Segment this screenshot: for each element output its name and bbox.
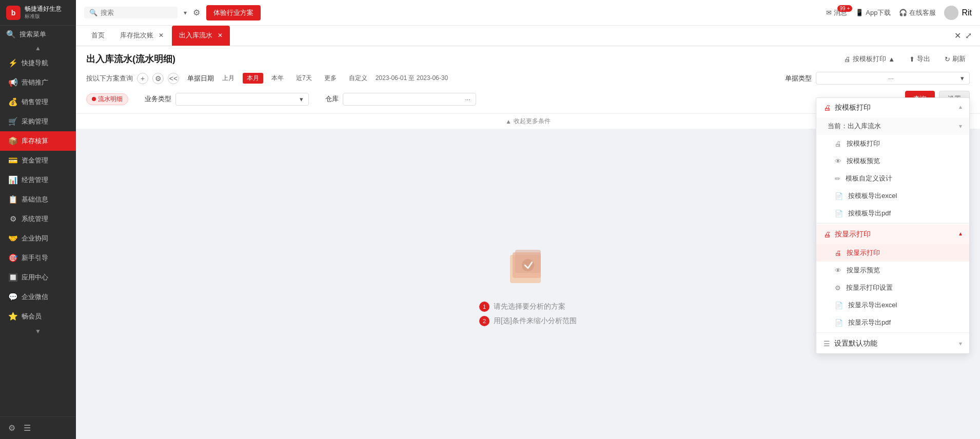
sidebar: b 畅捷通好生意 标准版 🔍 搜索菜单 ▲ ⚡ 快捷导航 📢 营销推广 💰 销售… [0, 0, 76, 439]
dropdown-display-header[interactable]: 🖨 按显示打印 ▾ [816, 225, 969, 244]
top-header: 🔍 ▾ ⚙ 体验行业方案 ✉ 消息 99 + 📱 App下载 🎧 在线客服 R [76, 0, 980, 26]
dropdown-default-fn[interactable]: ☰ 设置默认功能 ▾ [816, 334, 969, 353]
dropdown-item-template-design[interactable]: ✏ 模板自定义设计 [816, 170, 969, 187]
business-type-select[interactable]: ▾ [175, 93, 309, 106]
download-icon: 📱 [855, 9, 864, 16]
header-gear-icon[interactable]: ⚙ [193, 8, 200, 17]
sidebar-item-cooperation[interactable]: 🤝 企业协同 [0, 229, 76, 248]
online-service-action[interactable]: 🎧 在线客服 [899, 8, 936, 17]
sidebar-item-membership[interactable]: ⭐ 畅会员 [0, 307, 76, 326]
date-tab-more[interactable]: 更多 [320, 73, 341, 84]
search-input[interactable] [101, 9, 172, 16]
tab-batch-account[interactable]: 库存批次账 ✕ [113, 26, 171, 46]
dropdown-item-template-excel[interactable]: 📄 按模板导出excel [816, 187, 969, 205]
sidebar-item-quick-nav[interactable]: ⚡ 快捷导航 [0, 53, 76, 73]
sidebar-item-finance[interactable]: 💳 资金管理 [0, 151, 76, 170]
filter-setting-button[interactable]: ⚙ [152, 73, 164, 84]
sidebar-item-apps[interactable]: 🔲 应用中心 [0, 268, 76, 287]
date-range-display: 2023-06-01 至 2023-06-30 [376, 74, 448, 83]
menu-toggle-icon[interactable]: ☰ [24, 423, 31, 433]
current-sub-chevron: ▾ [959, 123, 962, 130]
print-icon: 🖨 [844, 55, 851, 63]
trial-button[interactable]: 体验行业方案 [206, 5, 261, 21]
sidebar-footer: ⚙ ☰ [0, 416, 76, 439]
app-name: 畅捷通好生意 [25, 5, 62, 13]
dropdown-item-display-preview[interactable]: 👁 按显示预览 [816, 262, 969, 279]
sidebar-item-newbie[interactable]: 🎯 新手引导 [0, 248, 76, 268]
sidebar-item-purchase[interactable]: 🛒 采购管理 [0, 112, 76, 131]
print-template-btn[interactable]: 🖨 按模板打印 ▲ [840, 52, 899, 66]
tab-close-btn[interactable]: ✕ [954, 31, 961, 41]
wechat-icon: 💬 [8, 292, 17, 302]
top-search-bar[interactable]: 🔍 [84, 7, 178, 18]
sidebar-item-newbie-label: 新手引导 [22, 253, 48, 263]
scheme-tag-label: 流水明细 [98, 95, 123, 104]
user-info[interactable]: Rit [944, 6, 972, 20]
type-select-more[interactable]: ··· [888, 74, 894, 82]
sidebar-scroll: ▲ ⚡ 快捷导航 📢 营销推广 💰 销售管理 🛒 采购管理 📦 库存核算 💳 资… [0, 43, 76, 416]
avatar [944, 6, 958, 20]
sidebar-item-apps-label: 应用中心 [22, 273, 48, 282]
sidebar-item-wechat[interactable]: 💬 企业微信 [0, 287, 76, 307]
date-tab-7days[interactable]: 近7天 [292, 73, 316, 84]
tab-flow-close[interactable]: ✕ [218, 32, 223, 39]
message-action[interactable]: ✉ 消息 99 + [826, 8, 847, 17]
type-select-chevron: ▾ [961, 74, 964, 82]
display-excel-label: 按显示导出excel [848, 301, 897, 310]
sidebar-item-sales[interactable]: 💰 销售管理 [0, 92, 76, 112]
warehouse-select[interactable]: ··· [343, 93, 476, 106]
warehouse-label: 仓库 [325, 94, 339, 104]
dropdown-item-template-preview[interactable]: 👁 按模板预览 [816, 152, 969, 170]
business-type-chevron: ▾ [300, 95, 303, 103]
date-tab-this-month[interactable]: 本月 [243, 73, 263, 84]
dropdown-item-template-print[interactable]: 🖨 按模板打印 [816, 135, 969, 152]
sidebar-item-search[interactable]: 🔍 搜索菜单 [0, 26, 76, 43]
tab-expand-btn[interactable]: ⤢ [965, 31, 972, 41]
dropdown-item-display-pdf[interactable]: 📄 按显示导出pdf [816, 314, 969, 331]
refresh-btn[interactable]: ↻ 刷新 [940, 52, 970, 66]
apps-icon: 🔲 [8, 273, 17, 282]
dropdown-template-header[interactable]: 🖨 按模板打印 ▾ [816, 98, 969, 117]
app-version: 标准版 [25, 13, 62, 20]
dropdown-item-template-pdf[interactable]: 📄 按模板导出pdf [816, 205, 969, 222]
sidebar-item-system[interactable]: ⚙ 系统管理 [0, 209, 76, 229]
date-filter-field: 单据日期 上月 本月 本年 近7天 更多 自定义 2023-06-01 至 20… [187, 73, 448, 84]
hint-num-2: 2 [479, 316, 489, 326]
filter-collapse-button[interactable]: << [168, 73, 179, 84]
filter-add-button[interactable]: + [137, 73, 148, 84]
marketing-icon: 📢 [8, 78, 17, 87]
sidebar-scroll-down[interactable]: ▼ [0, 326, 76, 336]
sidebar-item-inventory[interactable]: 📦 库存核算 [0, 131, 76, 151]
tab-flow[interactable]: 出入库流水 ✕ [172, 26, 230, 46]
date-tab-custom[interactable]: 自定义 [345, 73, 371, 84]
tab-bar: 首页 库存批次账 ✕ 出入库流水 ✕ ✕ ⤢ [76, 26, 980, 46]
date-tab-this-year[interactable]: 本年 [267, 73, 288, 84]
sidebar-scroll-up[interactable]: ▲ [0, 43, 76, 53]
sidebar-item-basic[interactable]: 📋 基础信息 [0, 190, 76, 209]
filter-label-bar: 按以下方案查询 + ⚙ << [86, 73, 179, 84]
type-select[interactable]: ··· ▾ [816, 72, 970, 85]
tab-home[interactable]: 首页 [84, 26, 112, 46]
date-tab-last-month[interactable]: 上月 [218, 73, 239, 84]
dropdown-item-display-excel[interactable]: 📄 按显示导出excel [816, 296, 969, 314]
sidebar-item-operation[interactable]: 📊 经营管理 [0, 170, 76, 190]
tab-flow-label: 出入库流水 [179, 31, 212, 40]
display-excel-icon: 📄 [835, 302, 843, 309]
dropdown-divider-1 [816, 223, 969, 224]
svg-point-3 [522, 259, 534, 271]
template-pdf-label: 按模板导出pdf [848, 209, 891, 218]
settings-icon[interactable]: ⚙ [8, 423, 15, 433]
dropdown-item-display-settings[interactable]: ⚙ 按显示打印设置 [816, 279, 969, 296]
search-icon: 🔍 [6, 30, 15, 39]
dropdown-item-display-print[interactable]: 🖨 按显示打印 [816, 244, 969, 262]
display-header-icon: 🖨 [824, 230, 831, 238]
sidebar-item-marketing[interactable]: 📢 营销推广 [0, 73, 76, 92]
warehouse-more[interactable]: ··· [465, 95, 471, 103]
search-dropdown-icon[interactable]: ▾ [184, 9, 187, 16]
export-btn[interactable]: ⬆ 导出 [905, 52, 934, 66]
service-icon: 🎧 [899, 9, 907, 16]
app-download-action[interactable]: 📱 App下载 [855, 8, 891, 17]
dropdown-current-sub[interactable]: 当前：出入库流水 ▾ [816, 117, 969, 135]
tab-batch-account-close[interactable]: ✕ [159, 32, 164, 39]
search-icon-header: 🔍 [89, 9, 97, 16]
